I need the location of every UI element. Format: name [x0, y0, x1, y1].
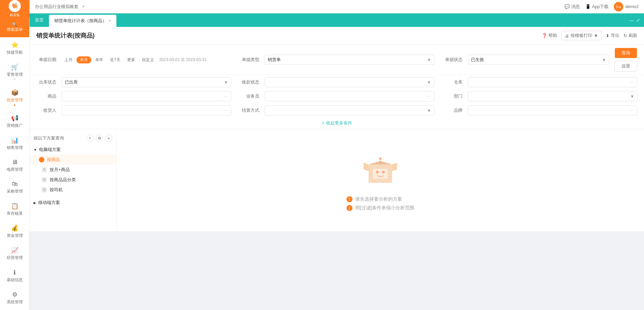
empty-state: 1 请先选择要分析的方案 2 用[过滤]条件来缩小分析范围 — [117, 129, 644, 231]
sidebar-item-retail[interactable]: 🛒 零售管理 ▼ — [0, 59, 29, 85]
help-btn[interactable]: ❓ 帮助 — [542, 33, 557, 39]
refresh-icon: ↻ — [624, 33, 627, 38]
sidebar-item-purchase[interactable]: 🛍 采购管理 — [0, 176, 29, 198]
consignee-label: 收货人 — [36, 107, 56, 113]
marketing-icon: 📢 — [11, 114, 18, 122]
breadcrumb-text: 办公用品行业模拟账套 — [35, 4, 78, 10]
basics-label: 基础信息 — [7, 277, 23, 283]
print-chevron: ▼ — [594, 33, 598, 38]
query-button[interactable]: 查询 — [615, 48, 637, 58]
sidebar-item-inventory[interactable]: 📋 库存核算 — [0, 198, 29, 220]
warehouse-dots: ··· — [630, 79, 634, 85]
custom-btn[interactable]: 自定义 — [139, 56, 157, 63]
bymonth-icon: 月 — [42, 167, 47, 172]
bydriver-icon: 回 — [42, 187, 47, 193]
goods-input[interactable]: ··· — [62, 91, 231, 101]
svg-point-8 — [379, 157, 382, 160]
consignee-input[interactable]: ··· — [62, 105, 231, 115]
scheme-pc-group[interactable]: ▼ 电脑端方案 — [30, 145, 116, 155]
operations-icon: 📈 — [11, 247, 18, 254]
sales-input[interactable]: ··· — [265, 91, 434, 101]
sidebar-item-operations[interactable]: 📈 经营管理 — [0, 243, 29, 265]
dept-select[interactable]: ▼ — [468, 91, 637, 101]
sidebar-item-system[interactable]: ⚙ 系统管理 — [0, 287, 29, 309]
collapse-btn: ∧ 收起更多条件 — [321, 120, 353, 125]
system-icon: ⚙ — [12, 291, 17, 298]
message-btn[interactable]: 💬 消息 — [565, 4, 580, 10]
app-download-btn[interactable]: 📱 App下载 — [585, 4, 608, 10]
sidebar-item-sales[interactable]: 📊 销售管理 — [0, 133, 29, 155]
sidebar-item-ecommerce[interactable]: 🖥 电商管理 — [0, 155, 29, 176]
scheme-item-bymonth[interactable]: 月 按月+商品 — [30, 165, 116, 175]
operations-label: 经营管理 — [7, 255, 23, 261]
title-actions: ❓ 帮助 🖨 按模板打印 ▼ ⬇ 导出 ↻ 刷新 — [542, 31, 637, 40]
dept-label: 部门 — [442, 93, 463, 99]
sidebar-item-wholesale[interactable]: 📦 批发管理 ▲ — [0, 85, 29, 110]
user-avatar: Ea — [614, 2, 623, 11]
receipt-status-label: 收款状态 — [239, 79, 259, 85]
refresh-btn[interactable]: ↻ 刷新 — [624, 33, 637, 39]
settlement-select[interactable]: ▼ — [265, 105, 434, 115]
content-card: 销货单统计表(按商品) ❓ 帮助 🖨 按模板打印 ▼ ⬇ 导出 — [30, 27, 644, 231]
doc-type-label: 单据类型 — [239, 57, 259, 63]
svg-marker-2 — [364, 163, 369, 171]
search-menu-item[interactable]: 🔍 搜索菜单 — [0, 17, 29, 37]
empty-illustration — [360, 149, 400, 190]
tip-num-1: 1 — [346, 196, 353, 202]
doc-type-value: 销货单 — [268, 57, 281, 63]
brand-label: 品牌 — [442, 107, 463, 113]
scheme-item-bydriver[interactable]: 回 按司机 — [30, 185, 116, 195]
goods-label: 商品 — [36, 93, 56, 99]
warehouse-input[interactable]: ··· — [468, 77, 637, 87]
sidebar-item-finance[interactable]: 💰 资金管理 — [0, 220, 29, 243]
svg-point-6 — [382, 171, 385, 173]
empty-tip-2: 2 用[过滤]条件来缩小分析范围 — [346, 205, 414, 211]
more-btn[interactable]: 更多 — [124, 56, 138, 63]
tip-text-1: 请先选择要分析的方案 — [355, 196, 402, 202]
tab-minimize-btn[interactable]: — — [629, 18, 634, 23]
sidebar-item-marketing[interactable]: 📢 营销推广 — [0, 110, 29, 133]
svg-point-10 — [369, 177, 370, 178]
doc-status-value: 已生效 — [471, 57, 484, 63]
pc-group-label: 电脑端方案 — [39, 147, 61, 153]
scheme-edit-btn[interactable]: ⚙ — [96, 135, 103, 142]
retail-label: 零售管理 — [7, 72, 23, 78]
tab-close-btn[interactable]: × — [109, 18, 111, 23]
tab-expand-area: — ⤢ — [625, 18, 644, 23]
export-btn[interactable]: ⬇ 导出 — [606, 33, 620, 39]
svg-marker-3 — [392, 163, 397, 171]
doc-status-chevron: ▼ — [602, 57, 606, 62]
setting-button[interactable]: 设置 — [614, 61, 637, 71]
export-icon: ⬇ — [606, 33, 609, 38]
empty-tip-1: 1 请先选择要分析的方案 — [346, 196, 414, 202]
sidebar-item-quicknav[interactable]: ⭐ 快捷导航 — [0, 37, 29, 59]
doc-type-select[interactable]: 销货单 ▼ — [265, 55, 434, 65]
scheme-item-bycategory[interactable]: 回 按商品品分类 — [30, 175, 116, 185]
print-btn[interactable]: 🖨 按模板打印 ▼ — [561, 31, 602, 40]
sidebar-item-basics[interactable]: ℹ 基础信息 — [0, 265, 29, 287]
right-content: 1 请先选择要分析的方案 2 用[过滤]条件来缩小分析范围 — [117, 129, 644, 231]
user-info[interactable]: Ea demo2 — [614, 2, 639, 11]
filter-row-2: 出库状态 已出库 ▼ 收款状态 ▼ 仓库 ··· — [30, 75, 644, 89]
scheme-collapse-btn[interactable]: « — [105, 135, 112, 142]
this-year-btn[interactable]: 本年 — [93, 56, 106, 63]
sales-label: 业务员 — [239, 93, 259, 99]
scheme-add-btn[interactable]: + — [86, 135, 94, 142]
doc-status-select[interactable]: 已生效 ▼ — [468, 55, 609, 65]
purchase-label: 采购管理 — [7, 189, 23, 194]
last7-btn[interactable]: 近7天 — [107, 56, 123, 63]
settlement-chevron: ▼ — [427, 108, 431, 113]
scheme-mobile-group[interactable]: ▶ 移动端方案 — [30, 198, 116, 208]
logo-icon: 畅 — [9, 0, 21, 12]
tab-home[interactable]: 首页 — [30, 13, 49, 27]
out-status-select[interactable]: 已出库 ▼ — [62, 77, 231, 87]
brand-input[interactable]: ··· — [468, 105, 637, 115]
tip-num-2: 2 — [346, 205, 353, 211]
this-month-btn[interactable]: 本月 — [76, 56, 91, 63]
scheme-item-bygood[interactable]: 按商品 — [30, 155, 116, 165]
collapse-bar[interactable]: ∧ 收起更多条件 — [30, 117, 644, 129]
last-month-btn[interactable]: 上月 — [62, 56, 75, 63]
receipt-status-select[interactable]: ▼ — [265, 77, 434, 87]
tab-maximize-btn[interactable]: ⤢ — [636, 18, 640, 23]
tab-sales-stat[interactable]: 销货单统计计表（按商品） × — [49, 15, 116, 27]
